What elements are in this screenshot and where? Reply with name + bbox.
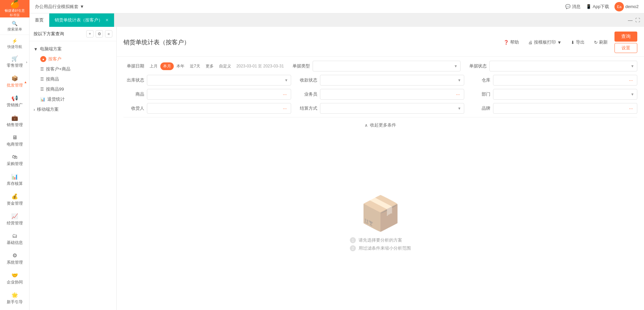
receiver-dots[interactable]: ··· bbox=[281, 106, 288, 111]
tree-parent-pc[interactable]: ▼ 电脑端方案 bbox=[30, 44, 116, 54]
sidebar-item-sales[interactable]: 💼 销售管理 bbox=[0, 111, 29, 131]
print-icon: 🖨 bbox=[528, 40, 533, 45]
add-plan-btn[interactable]: + bbox=[86, 30, 94, 38]
refresh-btn[interactable]: ↻ 刷新 bbox=[591, 38, 610, 47]
help-btn[interactable]: ❓ 帮助 bbox=[501, 38, 522, 47]
sidebar-item-business[interactable]: 📈 经营管理 bbox=[0, 210, 29, 229]
collapse-panel-btn[interactable]: « bbox=[105, 30, 112, 38]
tab-close-btn[interactable]: ✕ bbox=[105, 18, 109, 22]
staff-select[interactable]: ··· bbox=[320, 89, 464, 100]
date-last-7[interactable]: 近7天 bbox=[187, 62, 203, 70]
tab-sales-stat[interactable]: 销货单统计表（按客户） ✕ bbox=[49, 13, 114, 27]
receiver-select[interactable]: ··· bbox=[147, 103, 291, 114]
export-btn[interactable]: ⬇ 导出 bbox=[568, 38, 587, 47]
collapse-btn[interactable]: ∧ 收起更多条件 bbox=[362, 119, 399, 131]
query-btn[interactable]: 查询 bbox=[614, 32, 637, 42]
settings-plan-btn[interactable]: ⚙ bbox=[96, 30, 103, 38]
tree-item-label: 按商品 bbox=[46, 76, 59, 82]
payment-select[interactable]: ▼ bbox=[320, 75, 464, 86]
newbie-icon: 🌟 bbox=[11, 292, 18, 298]
order-status-arrow: ▼ bbox=[631, 64, 634, 68]
date-this-month[interactable]: 本月 bbox=[160, 62, 174, 70]
warehouse-dots[interactable]: ··· bbox=[628, 78, 634, 83]
ecommerce-icon: 🖥 bbox=[12, 135, 17, 141]
enterprise-label: 企业协同 bbox=[7, 279, 23, 285]
print-btn[interactable]: 🖨 按模板打印 ▼ bbox=[526, 38, 564, 47]
settlement-label: 结算方式 bbox=[297, 105, 320, 111]
sidebar-item-system[interactable]: ⚙ 系统管理 bbox=[0, 249, 29, 269]
user-profile[interactable]: Ea demo2 bbox=[614, 2, 639, 11]
search-menu[interactable]: 🔍 搜索菜单 bbox=[0, 17, 29, 35]
tree-container: ▼ 电脑端方案 ● 按客户 ☰ 按客户+商品 ☰ 按商品 bbox=[30, 41, 116, 117]
tree-item-by-goods-99[interactable]: ☰ 按商品99 bbox=[34, 84, 116, 94]
help-icon: ❓ bbox=[503, 40, 509, 45]
finance-icon: 💰 bbox=[11, 193, 18, 200]
app-name: 畅捷通好生意 bbox=[5, 9, 25, 13]
sidebar: 🍊 畅捷通好生意 标准版 🔍 搜索菜单 ⚡ 快捷导航 🛒 零售管理 › 📦 批发… bbox=[0, 0, 30, 310]
date-custom[interactable]: 自定义 bbox=[216, 62, 234, 70]
tree-parent-mobile[interactable]: › 移动端方案 bbox=[30, 104, 116, 114]
brand-select[interactable]: ··· bbox=[493, 103, 637, 114]
tab-home[interactable]: 首页 bbox=[30, 13, 49, 27]
filter-warehouse: 仓库 ··· bbox=[470, 75, 637, 86]
enterprise-icon: 🤝 bbox=[11, 272, 18, 278]
goods-select[interactable]: ··· bbox=[147, 89, 291, 100]
sidebar-item-ecommerce[interactable]: 🖥 电商管理 bbox=[0, 131, 29, 151]
sidebar-item-retail[interactable]: 🛒 零售管理 › bbox=[0, 52, 29, 72]
date-this-year[interactable]: 本年 bbox=[174, 62, 187, 70]
empty-state: 📦 1 请先选择要分析的方案 2 用过滤条件来缩小分析范围 bbox=[117, 135, 644, 310]
tip-num-1: 1 bbox=[350, 237, 356, 243]
date-more[interactable]: 更多 bbox=[203, 62, 216, 70]
sidebar-item-appstore[interactable]: 🔲 应用中心 bbox=[0, 308, 29, 310]
print-label: 按模板打印 bbox=[534, 39, 556, 45]
sidebar-item-marketing[interactable]: 📢 营销推广 bbox=[0, 92, 29, 111]
tree-badge: ● bbox=[40, 56, 46, 62]
message-btn[interactable]: 💬 消息 bbox=[565, 4, 581, 10]
date-last-month[interactable]: 上月 bbox=[147, 62, 160, 70]
filter-receiver: 收货人 ··· bbox=[123, 103, 291, 114]
empty-tip-2: 2 用过滤条件来缩小分析范围 bbox=[350, 245, 411, 251]
filter-date: 单据日期 上月 本月 本年 近7天 更多 自定义 2023-03-01 至 20… bbox=[123, 62, 284, 70]
app-download-btn[interactable]: 📱 App下载 bbox=[586, 4, 609, 10]
nav-label: 快捷导航 bbox=[7, 44, 22, 49]
warehouse-select[interactable]: ··· bbox=[493, 75, 637, 86]
left-panel-actions: + ⚙ « bbox=[86, 30, 112, 38]
order-status-select[interactable]: ▼ bbox=[489, 61, 637, 71]
tree-item-icon: 📊 bbox=[40, 97, 45, 102]
wholesale-label: 批发管理 bbox=[7, 83, 23, 88]
tab-expand-btn[interactable]: ⛶ bbox=[635, 17, 640, 23]
sidebar-item-newbie[interactable]: 🌟 新手引导 bbox=[0, 289, 29, 308]
tip-num-2: 2 bbox=[350, 245, 356, 251]
settings-btn[interactable]: 设置 bbox=[614, 43, 637, 53]
sidebar-item-basic[interactable]: 🗂 基础信息 bbox=[0, 229, 29, 249]
settlement-select[interactable]: ▼ bbox=[320, 103, 464, 114]
sidebar-item-enterprise[interactable]: 🤝 企业协同 bbox=[0, 269, 29, 289]
staff-dots[interactable]: ··· bbox=[454, 92, 461, 97]
settlement-arrow: ▼ bbox=[458, 106, 461, 110]
goods-dots[interactable]: ··· bbox=[281, 92, 288, 97]
sales-label: 销售管理 bbox=[7, 122, 23, 128]
sidebar-item-wholesale[interactable]: 📦 批发管理 ▲ bbox=[0, 72, 29, 92]
dept-select[interactable]: ▼ bbox=[493, 89, 637, 100]
topbar: 办公用品行业模拟账套 ▼ 💬 消息 📱 App下载 Ea demo2 bbox=[30, 0, 644, 13]
date-options-group: 上月 本月 本年 近7天 更多 自定义 2023-03-01 至 2023-03… bbox=[147, 62, 284, 70]
title-dropdown[interactable]: 办公用品行业模拟账套 ▼ bbox=[35, 4, 84, 10]
tree-item-by-customer-goods[interactable]: ☰ 按客户+商品 bbox=[34, 64, 116, 74]
tree-item-by-customer[interactable]: ● 按客户 bbox=[34, 54, 116, 64]
tree-item-return-stat[interactable]: 📊 退货统计 bbox=[34, 94, 116, 104]
sidebar-item-finance[interactable]: 💰 资金管理 bbox=[0, 190, 29, 210]
shipment-select[interactable]: ▼ bbox=[147, 75, 291, 86]
empty-tips: 1 请先选择要分析的方案 2 用过滤条件来缩小分析范围 bbox=[350, 237, 411, 251]
order-type-select[interactable]: ▼ bbox=[313, 61, 461, 71]
date-label: 单据日期 bbox=[123, 63, 147, 69]
brand-dots[interactable]: ··· bbox=[628, 106, 634, 111]
retail-label: 零售管理 bbox=[7, 63, 23, 68]
sidebar-item-inventory[interactable]: 📊 库存核算 bbox=[0, 170, 29, 190]
staff-label: 业务员 bbox=[297, 91, 320, 97]
tree-pc-label: 电脑端方案 bbox=[40, 46, 62, 52]
quick-nav[interactable]: ⚡ 快捷导航 bbox=[0, 35, 29, 52]
tree-item-by-goods[interactable]: ☰ 按商品 bbox=[34, 74, 116, 84]
tab-minimize-btn[interactable]: — bbox=[628, 17, 633, 23]
retail-arrow: › bbox=[26, 60, 27, 64]
sidebar-item-purchase[interactable]: 🛍 采购管理 bbox=[0, 151, 29, 170]
